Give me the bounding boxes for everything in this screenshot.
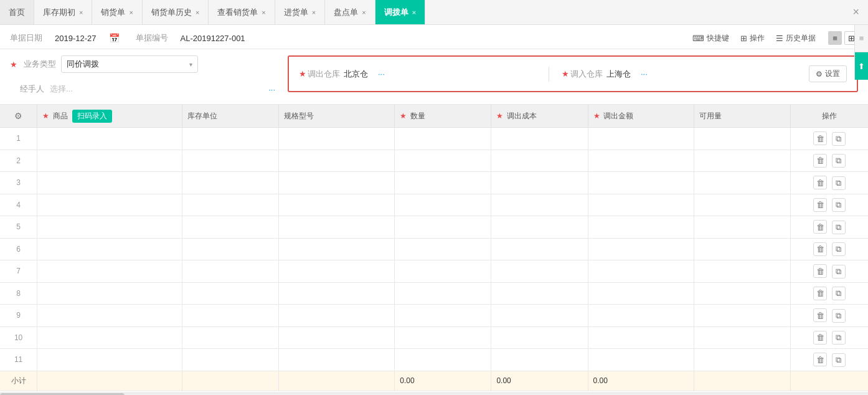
cell-spec[interactable] xyxy=(279,260,395,283)
cell-unit[interactable] xyxy=(182,282,278,305)
delete-row-icon[interactable]: 🗑 xyxy=(813,198,827,212)
tab-home[interactable]: 首页 xyxy=(0,0,34,25)
cell-product[interactable] xyxy=(37,216,182,239)
delete-row-icon[interactable]: 🗑 xyxy=(813,353,827,366)
cell-qty[interactable] xyxy=(395,238,491,260)
cell-spec[interactable] xyxy=(279,305,395,327)
cell-available[interactable] xyxy=(694,349,791,371)
cell-qty[interactable] xyxy=(395,282,491,305)
tab-transfer-order[interactable]: 调拨单 × xyxy=(375,0,425,25)
tab-sales-order[interactable]: 销货单 × xyxy=(92,0,142,25)
cell-spec[interactable] xyxy=(279,216,395,239)
cell-amount[interactable] xyxy=(588,194,694,216)
copy-row-icon[interactable]: ⧉ xyxy=(832,132,846,146)
history-btn[interactable]: ☰ 历史单据 xyxy=(773,32,818,45)
tab-inventory-init[interactable]: 库存期初 × xyxy=(34,0,92,25)
cell-cost[interactable] xyxy=(491,216,588,239)
cell-cost[interactable] xyxy=(491,326,588,349)
delete-row-icon[interactable]: 🗑 xyxy=(813,331,827,345)
cell-unit[interactable] xyxy=(182,326,278,349)
transfer-out-more-icon[interactable]: ··· xyxy=(375,69,387,79)
cell-cost[interactable] xyxy=(491,150,588,172)
cell-unit[interactable] xyxy=(182,172,278,194)
shortcut-btn[interactable]: ⌨ 快捷键 xyxy=(690,32,732,45)
cell-amount[interactable] xyxy=(588,282,694,305)
cell-available[interactable] xyxy=(694,150,791,172)
copy-row-icon[interactable]: ⧉ xyxy=(832,198,846,212)
copy-row-icon[interactable]: ⧉ xyxy=(832,287,846,300)
tab-sales-order-close[interactable]: × xyxy=(129,9,133,16)
tab-purchase-order[interactable]: 进货单 × xyxy=(275,0,325,25)
cell-spec[interactable] xyxy=(279,349,395,371)
delete-row-icon[interactable]: 🗑 xyxy=(813,308,827,322)
cell-unit[interactable] xyxy=(182,305,278,327)
cell-cost[interactable] xyxy=(491,282,588,305)
cell-qty[interactable] xyxy=(395,194,491,216)
copy-row-icon[interactable]: ⧉ xyxy=(832,221,846,234)
cell-qty[interactable] xyxy=(395,172,491,194)
cell-cost[interactable] xyxy=(491,128,588,150)
cell-spec[interactable] xyxy=(279,172,395,194)
cell-product[interactable] xyxy=(37,305,182,327)
sidebar-list-icon[interactable]: ≡ xyxy=(855,25,869,52)
tab-sales-history-close[interactable]: × xyxy=(196,9,199,16)
cell-available[interactable] xyxy=(694,326,791,349)
delete-row-icon[interactable]: 🗑 xyxy=(813,287,827,300)
cell-product[interactable] xyxy=(37,128,182,150)
cell-qty[interactable] xyxy=(395,326,491,349)
cell-amount[interactable] xyxy=(588,150,694,172)
tab-purchase-order-close[interactable]: × xyxy=(312,9,316,16)
window-close-btn[interactable]: × xyxy=(844,0,868,25)
view-toggle-list[interactable]: ≡ xyxy=(828,31,842,45)
cell-unit[interactable] xyxy=(182,260,278,283)
cell-qty[interactable] xyxy=(395,150,491,172)
cell-unit[interactable] xyxy=(182,194,278,216)
delete-row-icon[interactable]: 🗑 xyxy=(813,220,827,234)
cell-qty[interactable] xyxy=(395,216,491,239)
copy-row-icon[interactable]: ⧉ xyxy=(832,154,846,168)
copy-row-icon[interactable]: ⧉ xyxy=(832,176,846,190)
copy-row-icon[interactable]: ⧉ xyxy=(832,242,846,256)
cell-available[interactable] xyxy=(694,282,791,305)
copy-row-icon[interactable]: ⧉ xyxy=(832,265,846,278)
tab-inventory-init-close[interactable]: × xyxy=(79,9,83,16)
tab-inventory-count[interactable]: 盘点单 × xyxy=(325,0,375,25)
cell-available[interactable] xyxy=(694,216,791,239)
cell-product[interactable] xyxy=(37,260,182,283)
settings-button[interactable]: ⚙ 设置 xyxy=(809,65,847,82)
tab-inventory-count-close[interactable]: × xyxy=(362,9,366,16)
delete-row-icon[interactable]: 🗑 xyxy=(813,131,827,145)
delete-row-icon[interactable]: 🗑 xyxy=(813,264,827,278)
cell-product[interactable] xyxy=(37,238,182,260)
person-select[interactable]: 选择... xyxy=(49,80,174,98)
cell-amount[interactable] xyxy=(588,216,694,239)
th-settings[interactable]: ⚙ xyxy=(0,105,37,128)
cell-product[interactable] xyxy=(37,172,182,194)
cell-available[interactable] xyxy=(694,305,791,327)
cell-cost[interactable] xyxy=(491,194,588,216)
cell-amount[interactable] xyxy=(588,238,694,260)
cell-available[interactable] xyxy=(694,128,791,150)
cell-product[interactable] xyxy=(37,282,182,305)
cell-amount[interactable] xyxy=(588,260,694,283)
cell-unit[interactable] xyxy=(182,128,278,150)
cell-amount[interactable] xyxy=(588,349,694,371)
scan-entry-btn[interactable]: 扫码录入 xyxy=(72,110,112,123)
cell-spec[interactable] xyxy=(279,282,395,305)
delete-row-icon[interactable]: 🗑 xyxy=(813,154,827,168)
scrollbar-thumb[interactable] xyxy=(0,393,125,396)
cell-available[interactable] xyxy=(694,238,791,260)
cell-available[interactable] xyxy=(694,194,791,216)
cell-qty[interactable] xyxy=(395,349,491,371)
person-more-icon[interactable]: ··· xyxy=(266,85,278,94)
cell-product[interactable] xyxy=(37,194,182,216)
cell-cost[interactable] xyxy=(491,305,588,327)
cell-amount[interactable] xyxy=(588,172,694,194)
cell-spec[interactable] xyxy=(279,150,395,172)
cell-product[interactable] xyxy=(37,150,182,172)
cell-spec[interactable] xyxy=(279,194,395,216)
transfer-in-more-icon[interactable]: ··· xyxy=(638,69,650,79)
tab-transfer-order-close[interactable]: × xyxy=(412,9,416,16)
cell-qty[interactable] xyxy=(395,305,491,327)
cell-amount[interactable] xyxy=(588,326,694,349)
